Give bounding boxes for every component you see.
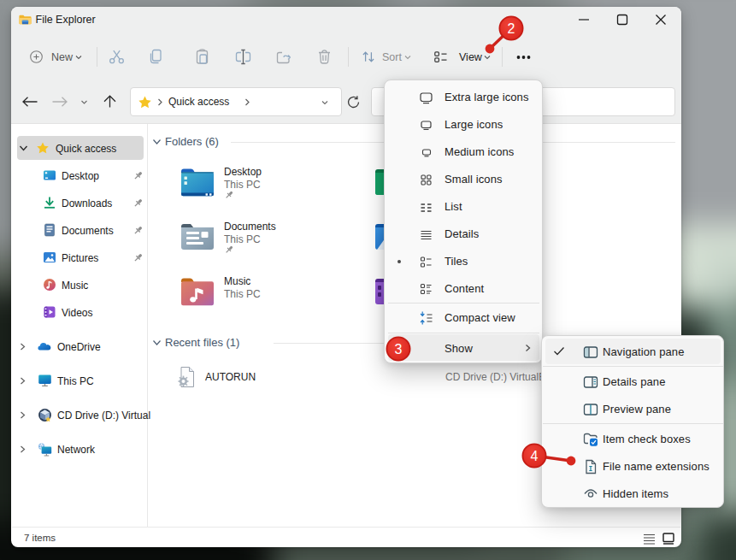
svg-text:2: 2: [508, 21, 515, 36]
svg-text:3: 3: [395, 342, 403, 357]
svg-text:4: 4: [531, 449, 539, 463]
